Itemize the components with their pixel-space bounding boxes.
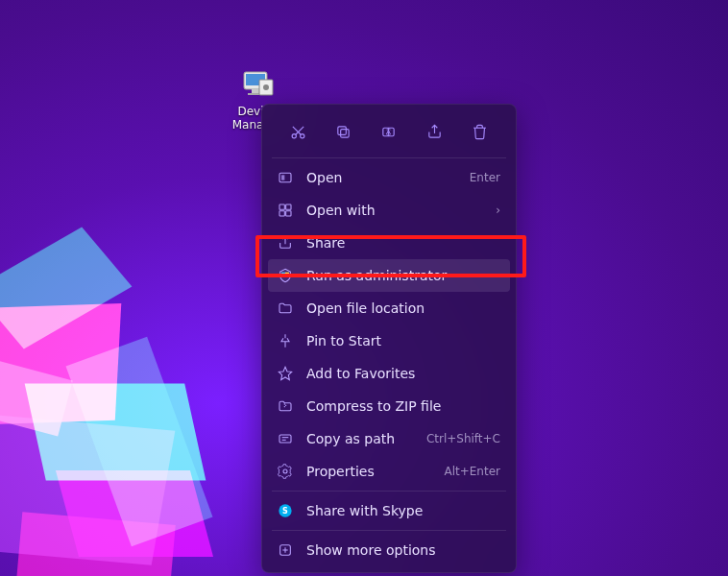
menu-label: Show more options: [306, 542, 500, 558]
share-menu-icon: [278, 235, 293, 251]
share-button[interactable]: [417, 116, 451, 147]
shortcut-text: Enter: [470, 171, 500, 184]
svg-rect-10: [341, 129, 350, 137]
menu-label: Open with: [306, 203, 482, 218]
menu-item-compress-zip[interactable]: Compress to ZIP file: [268, 390, 510, 422]
menu-label: Open: [306, 170, 456, 185]
chevron-right-icon: ›: [496, 204, 500, 217]
device-manager-icon: [238, 62, 277, 101]
svg-rect-16: [281, 175, 284, 180]
svg-rect-2: [252, 89, 259, 93]
copy-path-icon: [278, 431, 293, 446]
copy-button[interactable]: [327, 116, 361, 147]
svg-rect-20: [286, 211, 291, 216]
svg-rect-28: [279, 435, 291, 443]
properties-icon: [278, 464, 293, 479]
menu-label: Share: [306, 235, 500, 251]
cut-icon: [290, 124, 306, 140]
open-icon: [278, 170, 293, 185]
svg-point-31: [283, 469, 287, 473]
menu-item-show-more-options[interactable]: Show more options: [268, 534, 510, 566]
menu-label: Share with Skype: [306, 503, 500, 518]
context-menu: A Open Enter Open with › S: [261, 104, 517, 573]
svg-rect-22: [281, 273, 285, 276]
menu-label: Open file location: [306, 300, 500, 316]
zip-icon: [278, 398, 293, 414]
star-icon: [278, 366, 293, 381]
menu-label: Add to Favorites: [306, 366, 500, 381]
svg-text:S: S: [282, 507, 288, 516]
svg-rect-11: [338, 126, 347, 134]
rename-icon: A: [380, 124, 397, 140]
svg-rect-23: [285, 273, 289, 276]
shortcut-text: Alt+Enter: [444, 465, 500, 478]
context-menu-toolbar: A: [268, 110, 510, 155]
share-icon: [426, 124, 443, 140]
delete-icon: [472, 124, 488, 140]
separator: [272, 491, 506, 492]
menu-item-share-with-skype[interactable]: S Share with Skype: [268, 494, 510, 527]
shield-icon: [278, 268, 293, 283]
delete-button[interactable]: [462, 116, 497, 147]
copy-icon: [335, 124, 352, 140]
svg-text:A: A: [387, 128, 392, 136]
svg-marker-24: [279, 367, 291, 379]
separator: [272, 157, 506, 158]
menu-label: Run as administrator: [306, 268, 500, 283]
separator: [272, 530, 506, 531]
svg-rect-18: [286, 204, 291, 209]
skype-icon: S: [278, 503, 293, 518]
open-with-icon: [278, 203, 293, 218]
svg-point-7: [301, 133, 304, 137]
menu-item-open-with[interactable]: Open with ›: [268, 194, 510, 227]
svg-rect-19: [279, 211, 284, 216]
rename-button[interactable]: A: [372, 116, 406, 147]
menu-item-copy-as-path[interactable]: Copy as path Ctrl+Shift+C: [268, 422, 510, 455]
menu-label: Pin to Start: [306, 333, 500, 348]
svg-rect-15: [279, 173, 291, 181]
menu-label: Copy as path: [306, 431, 413, 446]
menu-label: Compress to ZIP file: [306, 398, 500, 414]
svg-rect-17: [279, 204, 284, 209]
menu-item-pin-to-start[interactable]: Pin to Start: [268, 324, 510, 357]
svg-point-5: [263, 84, 269, 90]
menu-item-share[interactable]: Share: [268, 227, 510, 259]
menu-item-open[interactable]: Open Enter: [268, 161, 510, 194]
more-options-icon: [278, 542, 293, 558]
cut-button[interactable]: [281, 116, 316, 147]
pin-icon: [278, 333, 293, 348]
folder-icon: [278, 300, 293, 316]
menu-label: Properties: [306, 464, 430, 479]
shortcut-text: Ctrl+Shift+C: [426, 432, 500, 445]
menu-item-run-as-administrator[interactable]: Run as administrator: [268, 259, 510, 292]
menu-item-properties[interactable]: Properties Alt+Enter: [268, 455, 510, 488]
menu-item-add-to-favorites[interactable]: Add to Favorites: [268, 357, 510, 390]
svg-point-6: [292, 133, 296, 137]
menu-item-open-file-location[interactable]: Open file location: [268, 292, 510, 324]
